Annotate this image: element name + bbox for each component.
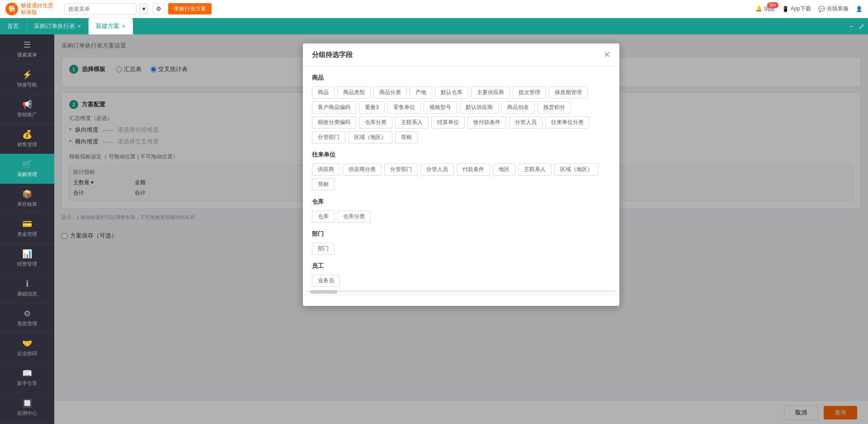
- field-tag[interactable]: 产地: [410, 86, 432, 99]
- field-grid: 供应商供应商分类分管部门分管人员付款条件地区主联系人区域（地区）简称: [312, 163, 610, 191]
- field-tag[interactable]: 简称: [312, 178, 335, 191]
- field-section-员工: 员工业务员: [312, 262, 610, 287]
- service-icon: 💬: [818, 6, 825, 12]
- marketing-icon: 📢: [22, 100, 32, 110]
- field-tag[interactable]: 供应商: [312, 163, 340, 176]
- field-tag[interactable]: 主联系人: [518, 163, 552, 176]
- sidebar-item-basic-info[interactable]: ℹ 基础信息: [0, 273, 54, 303]
- field-tag[interactable]: 简称: [395, 131, 418, 143]
- field-tag[interactable]: 批次管理: [513, 86, 546, 99]
- tab-bar: 首页 采购订单执行表 × 新建方案 × － ⤢: [0, 18, 868, 34]
- modal-body: 商品商品商品类型商品分类产地默认仓库主要供应商批次管理保质期管理客户商品编码重量…: [303, 67, 619, 288]
- trial-button[interactable]: 体验行业方案: [168, 3, 212, 14]
- modal-field-selector: 分组待选字段 ✕ 商品商品商品类型商品分类产地默认仓库主要供应商批次管理保质期管…: [303, 43, 619, 306]
- top-header: 畅 畅捷通好生意 标准版 ▾ ⚙ 体验行业方案 🔔 99+ 消息 📱 App下载…: [0, 0, 868, 18]
- field-tag[interactable]: 客户商品编码: [312, 101, 356, 114]
- modal-horizontal-scrollbar[interactable]: [307, 290, 616, 293]
- sidebar-item-guide[interactable]: 📖 新手引导: [0, 363, 54, 393]
- field-tag[interactable]: 主要供应商: [471, 86, 510, 99]
- appcenter-icon: 🔲: [22, 398, 32, 408]
- field-tag[interactable]: 付款条件: [457, 163, 490, 176]
- field-tag[interactable]: 商品分类: [373, 86, 407, 99]
- field-tag[interactable]: 地区: [493, 163, 515, 176]
- field-tag[interactable]: 主联系人: [395, 116, 429, 129]
- section-title: 部门: [312, 230, 610, 238]
- tab-close-purchase[interactable]: ×: [78, 23, 81, 29]
- field-tag[interactable]: 分管部门: [384, 163, 418, 176]
- field-tag[interactable]: 分管人员: [420, 163, 454, 176]
- sidebar-item-operations[interactable]: 📊 经营管理: [0, 243, 54, 273]
- field-grid: 商品商品类型商品分类产地默认仓库主要供应商批次管理保质期管理客户商品编码重量3零…: [312, 86, 610, 143]
- field-tag[interactable]: 分管部门: [312, 131, 345, 143]
- app-download[interactable]: 📱 App下载: [782, 5, 811, 13]
- search-dropdown[interactable]: ▾: [139, 3, 148, 15]
- field-tag[interactable]: 零售单位: [387, 101, 421, 114]
- field-tag[interactable]: 保质期管理: [549, 86, 588, 99]
- search-menu-icon: ☰: [24, 40, 31, 50]
- field-tag[interactable]: 分管人员: [509, 116, 542, 129]
- tab-purchase-order[interactable]: 采购订单执行表 ×: [27, 18, 89, 34]
- sidebar: ☰ 搜索菜单 ⚡ 快捷导航 📢 营销推广 💰 销售管理 🛒 采购管理 📦 库存核…: [0, 34, 54, 424]
- field-grid: 部门: [312, 243, 610, 255]
- sidebar-item-quicknav[interactable]: ⚡ 快捷导航: [0, 64, 54, 94]
- sales-icon: 💰: [22, 129, 32, 139]
- field-tag[interactable]: 商品别名: [501, 101, 535, 114]
- online-service[interactable]: 💬 在线客服: [818, 5, 849, 13]
- field-tag[interactable]: 仓库分类: [359, 116, 392, 129]
- field-tag[interactable]: 拣货积分: [538, 101, 571, 114]
- app-icon: 📱: [782, 6, 789, 12]
- logo-text: 畅捷通好生意 标准版: [21, 2, 53, 15]
- header-right: 🔔 99+ 消息 📱 App下载 💬 在线客服 👤: [755, 5, 863, 13]
- notification-badge: 99+: [767, 2, 778, 8]
- modal-title: 分组待选字段: [312, 51, 353, 59]
- field-tag[interactable]: 仓库分类: [337, 210, 371, 223]
- logo-area: 畅 畅捷通好生意 标准版: [5, 2, 60, 15]
- modal-close-button[interactable]: ✕: [604, 50, 610, 60]
- field-tag[interactable]: 区域（地区）: [348, 131, 392, 143]
- sidebar-item-system[interactable]: ⚙ 系统管理: [0, 303, 54, 333]
- sidebar-item-appcenter[interactable]: 🔲 应用中心: [0, 393, 54, 423]
- field-section-仓库: 仓库仓库仓库分类: [312, 198, 610, 223]
- sidebar-item-inventory[interactable]: 📦 库存核算: [0, 184, 54, 214]
- field-tag[interactable]: 商品类型: [337, 86, 371, 99]
- field-tag[interactable]: 部门: [312, 243, 335, 255]
- field-tag[interactable]: 规格型号: [424, 101, 457, 114]
- field-tag[interactable]: 默认仓库: [435, 86, 468, 99]
- modal-footer: [303, 295, 619, 306]
- user-avatar[interactable]: 👤: [856, 6, 863, 12]
- field-grid: 业务员: [312, 275, 610, 287]
- sidebar-item-enterprise[interactable]: 🤝 企业协同: [0, 333, 54, 363]
- tab-home[interactable]: 首页: [0, 18, 27, 34]
- field-tag[interactable]: 结算单位: [431, 116, 465, 129]
- section-title: 商品: [312, 74, 610, 82]
- sidebar-item-search[interactable]: ☰ 搜索菜单: [0, 34, 54, 64]
- field-tag[interactable]: 收付款条件: [467, 116, 506, 129]
- notification-area[interactable]: 🔔 99+ 消息: [755, 5, 774, 13]
- sidebar-item-finance[interactable]: 💳 资金管理: [0, 214, 54, 243]
- sidebar-item-sales[interactable]: 💰 销售管理: [0, 124, 54, 154]
- field-tag[interactable]: 仓库: [312, 210, 335, 223]
- search-input[interactable]: [64, 3, 137, 15]
- tab-close-new-plan[interactable]: ×: [122, 23, 125, 29]
- section-title: 仓库: [312, 198, 610, 206]
- header-search: ▾ ⚙: [64, 3, 165, 15]
- field-tag[interactable]: 区域（地区）: [554, 163, 599, 176]
- modal-overlay: 分组待选字段 ✕ 商品商品商品类型商品分类产地默认仓库主要供应商批次管理保质期管…: [54, 34, 868, 424]
- field-tag[interactable]: 业务员: [312, 275, 340, 287]
- guide-icon: 📖: [22, 368, 32, 378]
- quicknav-icon: ⚡: [22, 70, 32, 80]
- field-tag[interactable]: 重量3: [359, 101, 385, 114]
- sidebar-item-marketing[interactable]: 📢 营销推广: [0, 94, 54, 124]
- field-tag[interactable]: 默认供应商: [460, 101, 499, 114]
- tab-expand-icon[interactable]: ⤢: [859, 22, 864, 31]
- tab-new-plan[interactable]: 新建方案 ×: [89, 18, 133, 34]
- field-tag[interactable]: 供应商分类: [343, 163, 382, 176]
- field-tag[interactable]: 商品: [312, 86, 335, 99]
- settings-icon[interactable]: ⚙: [153, 3, 165, 15]
- hscroll-thumb: [310, 290, 337, 294]
- field-tag[interactable]: 税收分类编码: [312, 116, 356, 129]
- sidebar-item-purchase[interactable]: 🛒 采购管理: [0, 154, 54, 184]
- tab-minimize-icon[interactable]: －: [848, 22, 855, 31]
- tab-bar-right: － ⤢: [848, 22, 868, 31]
- field-tag[interactable]: 往来单位分类: [545, 116, 590, 129]
